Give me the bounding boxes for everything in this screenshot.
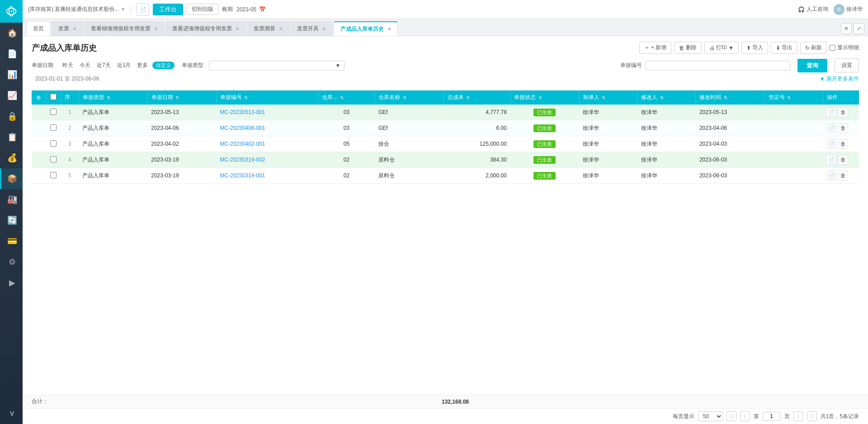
code-input[interactable] xyxy=(646,61,790,71)
tab-invoice-close[interactable]: ✕ xyxy=(73,26,76,31)
action-delete-0[interactable]: 🗑 xyxy=(838,107,848,117)
sidebar-item-inventory[interactable]: 📦 xyxy=(0,168,23,189)
th-modifier[interactable]: 修改人 ⇅ xyxy=(637,91,696,105)
import-button[interactable]: ⬆ 导入 xyxy=(741,42,768,54)
action-edit-4[interactable]: 📄 xyxy=(826,171,836,181)
tab-sales-invoice-close[interactable]: ✕ xyxy=(154,26,158,31)
tab-sales-invoice[interactable]: 查看销项增值税专用发票 ✕ xyxy=(84,21,165,36)
expand-filter-btn[interactable]: ▼ 展开更多条件 xyxy=(820,75,859,83)
th-warehouse-code[interactable]: 仓库... ⇅ xyxy=(318,91,375,105)
th-creator[interactable]: 制单人 ⇅ xyxy=(579,91,637,105)
sidebar-item-transfer[interactable]: 🔄 xyxy=(0,210,23,231)
action-edit-0[interactable]: 📄 xyxy=(826,107,836,117)
date-opt-today[interactable]: 今天 xyxy=(78,61,92,70)
tab-issue[interactable]: 发票开具 ✕ xyxy=(290,21,333,36)
th-total-cost[interactable]: 总成本 ⇅ xyxy=(443,91,510,105)
cell-action-0: 📄 🗑 xyxy=(823,105,859,120)
action-delete-4[interactable]: 🗑 xyxy=(838,171,848,181)
th-modify-time[interactable]: 修改时间 ⇅ xyxy=(696,91,764,105)
th-date[interactable]: 单据日期 ⇅ xyxy=(147,91,216,105)
page-last-btn[interactable]: ⟩⟩ xyxy=(807,411,817,421)
sidebar-item-docs[interactable]: 📄 xyxy=(0,43,23,64)
page-first-btn[interactable]: ⟨⟨ xyxy=(726,411,736,421)
date-opt-custom[interactable]: 自定义 xyxy=(152,62,175,69)
action-edit-2[interactable]: 📄 xyxy=(826,139,836,149)
query-button[interactable]: 查询 xyxy=(797,59,827,72)
tab-purchase-invoice-close[interactable]: ✕ xyxy=(236,26,239,31)
tab-product-history-label: 产成品入库单历史 xyxy=(340,25,384,33)
row-check-3[interactable] xyxy=(50,156,57,162)
sidebar-item-analysis[interactable]: 📈 xyxy=(0,85,23,106)
th-type[interactable]: 单据类型 ⇅ xyxy=(79,91,147,105)
th-status[interactable]: 单据状态 ⇅ xyxy=(510,91,579,105)
page-input[interactable] xyxy=(763,412,781,421)
action-delete-3[interactable]: 🗑 xyxy=(838,155,848,165)
doc-link-1[interactable]: MC-20230406-001 xyxy=(220,125,265,131)
doc-link-3[interactable]: MC-20230319-002 xyxy=(220,157,265,163)
page-next-btn[interactable]: ⟩ xyxy=(793,411,803,421)
sidebar-item-voucher[interactable]: 📋 xyxy=(0,127,23,148)
tab-close-all-btn[interactable]: ✕ xyxy=(841,23,852,34)
tab-invoice[interactable]: 发票 ✕ xyxy=(52,21,83,36)
workstation-button[interactable]: 工作台 xyxy=(153,4,183,15)
tab-calc-close[interactable]: ✕ xyxy=(279,26,283,31)
topbar-doc-icon[interactable]: 📄 xyxy=(137,3,149,16)
refresh-button[interactable]: ↻ 刷新 xyxy=(800,42,827,54)
service-label: 人工咨询 xyxy=(807,5,828,13)
new-button[interactable]: ＋ + 新增 xyxy=(639,42,671,54)
date-opt-7days[interactable]: 近7天 xyxy=(95,61,113,70)
row-check-4[interactable] xyxy=(50,172,57,178)
sidebar-item-production[interactable]: 🏭 xyxy=(0,189,23,210)
action-delete-2[interactable]: 🗑 xyxy=(838,139,848,149)
date-opt-more[interactable]: 更多 xyxy=(135,61,150,70)
tab-product-history[interactable]: 产成品入库单历史 ✕ xyxy=(334,21,398,36)
display-toggle-checkbox[interactable] xyxy=(830,45,835,51)
date-opt-yesterday[interactable]: 昨天 xyxy=(61,61,75,70)
doc-link-2[interactable]: MC-20230402-001 xyxy=(220,141,265,147)
calendar-icon[interactable]: 📅 xyxy=(259,6,266,13)
sidebar-item-play[interactable]: ▶ xyxy=(0,272,23,293)
tab-expand-btn[interactable]: ⤢ xyxy=(854,23,864,34)
row-check-1[interactable] xyxy=(50,124,57,131)
page-size-select[interactable]: 20 50 100 xyxy=(698,411,723,421)
doc-link-0[interactable]: MC-20230513-001 xyxy=(220,109,265,115)
sort-type-icon: ⇅ xyxy=(107,95,110,100)
delete-button[interactable]: 🗑 删除 xyxy=(674,42,702,54)
export-button[interactable]: ⬇ 导出 xyxy=(771,42,797,54)
tab-product-history-close[interactable]: ✕ xyxy=(387,27,391,32)
cell-wname-3: 原料仓 xyxy=(375,152,443,168)
row-check-2[interactable] xyxy=(50,140,57,147)
company-selector[interactable]: (库存核算) 直播轻途通信息技术股份... ▼ xyxy=(28,5,125,13)
th-settings[interactable]: ⚙ xyxy=(32,91,46,105)
type-select[interactable]: ▼ xyxy=(209,61,344,71)
service-button[interactable]: 🎧 人工咨询 xyxy=(798,5,828,13)
sidebar-item-lock[interactable]: 🔒 xyxy=(0,106,23,127)
check-all[interactable] xyxy=(50,94,57,100)
tab-issue-close[interactable]: ✕ xyxy=(322,26,326,31)
date-opt-1month[interactable]: 近1月 xyxy=(115,61,133,70)
th-code[interactable]: 单据编号 ⇅ xyxy=(216,91,318,105)
action-edit-3[interactable]: 📄 xyxy=(826,155,836,165)
th-voucher[interactable]: 凭证号 ⇅ xyxy=(764,91,823,105)
switch-button[interactable]: 切到旧版 xyxy=(187,4,218,15)
action-edit-1[interactable]: 📄 xyxy=(826,123,836,133)
user-menu[interactable]: 徐 徐泽华 xyxy=(834,4,863,15)
th-warehouse-name[interactable]: 仓库名称 ⇅ xyxy=(375,91,443,105)
tab-purchase-invoice[interactable]: 查看进项增值税专用发票 ✕ xyxy=(165,21,246,36)
print-button[interactable]: 🖨 打印 ▼ xyxy=(704,42,739,54)
doc-link-4[interactable]: MC-20230319-001 xyxy=(220,172,265,179)
tab-calc[interactable]: 发票测算 ✕ xyxy=(247,21,289,36)
sidebar-item-report[interactable]: 📊 xyxy=(0,64,23,85)
tab-home[interactable]: 首页 xyxy=(26,21,51,36)
row-check-0[interactable] xyxy=(50,109,57,115)
topbar-divider-1 xyxy=(131,5,131,14)
sidebar-item-home[interactable]: 🏠 xyxy=(0,23,23,43)
sidebar-item-asset[interactable]: 💳 xyxy=(0,231,23,252)
sidebar-item-finance[interactable]: 💰 xyxy=(0,148,23,168)
action-delete-1[interactable]: 🗑 xyxy=(838,123,848,133)
page-prev-btn[interactable]: ⟨ xyxy=(740,411,750,421)
th-check[interactable] xyxy=(46,91,61,105)
sidebar-item-more[interactable]: V xyxy=(0,403,23,424)
sidebar-item-settings[interactable]: ⚙ xyxy=(0,252,23,272)
set-button[interactable]: 设置 xyxy=(835,58,859,72)
